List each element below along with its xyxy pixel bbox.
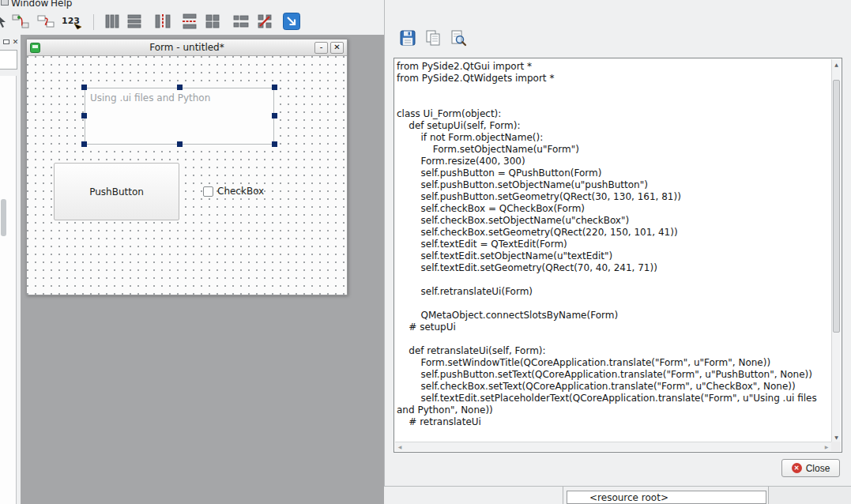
scrollbar-corner [831, 442, 841, 451]
vertical-scrollbar[interactable]: ▲ ▼ [831, 59, 841, 442]
dock-filter-box[interactable] [0, 50, 17, 70]
code-line: self.checkBox.setGeometry(QRect(220, 150… [397, 227, 830, 239]
left-dock-strip: ✕ [0, 35, 21, 504]
qt-designer-screen: Window Help 123 [0, 0, 851, 504]
checkbox-label: CheckBox [217, 186, 264, 197]
scroll-left-arrow-icon[interactable]: ◀ [395, 442, 405, 451]
panel-divider [563, 487, 563, 504]
code-line: self.pushButton.setGeometry(QRect(30, 13… [397, 191, 830, 203]
checkbox-indicator[interactable] [203, 186, 213, 197]
code-line: def retranslateUi(self, Form): [397, 345, 830, 357]
dialog-close-button[interactable]: ✕ Close [781, 459, 840, 477]
checkbox-widget[interactable]: CheckBox [203, 186, 264, 197]
menubar: Window Help [0, 0, 384, 9]
layout-horizontal-icon[interactable] [103, 12, 122, 31]
code-line: self.checkBox.setText(QCoreApplication.t… [397, 381, 830, 393]
selection-handle-top-left[interactable] [81, 85, 87, 90]
code-line: def setupUi(self, Form): [397, 120, 830, 132]
edit-widgets-icon[interactable] [0, 12, 9, 31]
form-window: Form - untitled* - ✕ Using .ui files and… [26, 39, 348, 295]
window-close-button[interactable]: ✕ [330, 42, 344, 54]
edit-signals-slots-icon[interactable] [11, 12, 30, 31]
selection-handle-top-center[interactable] [177, 85, 183, 90]
selection-handle-bottom-left[interactable] [81, 141, 87, 147]
form-window-title: Form - untitled* [27, 42, 347, 53]
find-icon[interactable] [449, 28, 468, 47]
code-line [397, 298, 830, 310]
scroll-up-arrow-icon[interactable]: ▲ [832, 59, 841, 69]
svg-text:123: 123 [62, 16, 80, 26]
code-line: and Python", None)) [397, 404, 830, 416]
code-line: self.textEdit.setGeometry(QRect(70, 40, … [397, 262, 830, 274]
code-line: class Ui_Form(object): [397, 108, 830, 120]
code-preview-dialog: from PySide2.QtGui import *from PySide2.… [384, 0, 851, 487]
selection-handle-mid-left[interactable] [81, 113, 87, 118]
code-line: self.textEdit = QTextEdit(Form) [397, 239, 830, 250]
code-line: Form.setObjectName(u"Form") [397, 144, 830, 156]
code-view[interactable]: from PySide2.QtGui import *from PySide2.… [397, 61, 830, 440]
adjust-size-icon[interactable] [282, 12, 301, 31]
code-line: self.pushButton.setObjectName(u"pushButt… [397, 179, 830, 191]
edit-tab-order-icon[interactable]: 123 [60, 12, 84, 31]
vertical-scrollbar-thumb[interactable] [833, 80, 840, 333]
minimize-button[interactable]: - [314, 42, 328, 54]
mdi-workspace: Form - untitled* - ✕ Using .ui files and… [21, 35, 384, 504]
code-line: self.retranslateUi(Form) [397, 286, 830, 298]
code-line [397, 85, 830, 96]
main-toolbar: 123 [0, 9, 384, 35]
code-line: QMetaObject.connectSlotsByName(Form) [397, 310, 830, 322]
save-icon[interactable] [398, 28, 417, 47]
code-line [397, 333, 830, 345]
dock-float-icon[interactable] [2, 37, 10, 46]
dock-close-icon[interactable]: ✕ [11, 37, 20, 46]
horizontal-scrollbar[interactable]: ◀ ▶ [395, 442, 831, 451]
code-line: self.textEdit.setObjectName(u"textEdit") [397, 250, 830, 262]
close-circle-icon: ✕ [792, 463, 802, 473]
dock-scrollbar-thumb[interactable] [1, 199, 6, 236]
textedit-widget[interactable]: Using .ui files and Python [85, 88, 274, 145]
selection-handle-top-right[interactable] [272, 85, 277, 90]
code-line: self.textEdit.setPlaceholderText(QCoreAp… [397, 393, 830, 404]
edit-buddies-icon[interactable] [36, 12, 55, 31]
copy-icon[interactable] [424, 28, 442, 47]
code-line: # setupUi [397, 322, 830, 333]
code-line: Form.setWindowTitle(QCoreApplication.tra… [397, 357, 830, 369]
code-area[interactable]: from PySide2.QtGui import *from PySide2.… [393, 58, 842, 453]
selection-handle-bottom-center[interactable] [177, 141, 183, 147]
form-window-icon [30, 43, 40, 53]
layout-horizontal-splitter-icon[interactable] [153, 12, 172, 31]
code-line: Form.resize(400, 300) [397, 156, 830, 167]
code-line [397, 96, 830, 108]
dock-list-fragment[interactable] [0, 76, 17, 504]
layout-form-icon[interactable] [232, 12, 250, 31]
scroll-down-arrow-icon[interactable]: ▼ [832, 432, 841, 442]
form-window-titlebar[interactable]: Form - untitled* - ✕ [27, 39, 347, 56]
scroll-right-arrow-icon[interactable]: ▶ [822, 442, 831, 451]
menu-help[interactable]: Help [51, 0, 72, 9]
layout-vertical-icon[interactable] [125, 12, 144, 31]
break-layout-icon[interactable] [255, 12, 274, 31]
form-canvas[interactable]: Using .ui files and Python PushButton Ch… [27, 56, 347, 295]
bottom-right-pane [768, 487, 851, 504]
menu-fragment-icon [1, 0, 9, 6]
selection-handle-bottom-right[interactable] [272, 141, 277, 147]
resource-root-item[interactable]: <resource root> [567, 491, 766, 504]
layout-grid-icon[interactable] [203, 12, 222, 31]
code-line [397, 274, 830, 286]
code-line: self.pushButton = QPushButton(Form) [397, 167, 830, 179]
layout-vertical-splitter-icon[interactable] [180, 12, 199, 31]
code-line: self.checkBox = QCheckBox(Form) [397, 203, 830, 215]
pushbutton-widget[interactable]: PushButton [54, 163, 179, 220]
selection-handle-mid-right[interactable] [272, 113, 277, 118]
code-line: from PySide2.QtWidgets import * [397, 73, 830, 85]
code-line: self.pushButton.setText(QCoreApplication… [397, 369, 830, 381]
code-line: # retranslateUi [397, 416, 830, 428]
code-line: if not Form.objectName(): [397, 132, 830, 144]
bottom-strip: <resource root> [384, 487, 851, 504]
toolbar-separator [93, 14, 94, 30]
code-line: self.checkBox.setObjectName(u"checkBox") [397, 215, 830, 227]
code-line: from PySide2.QtGui import * [397, 61, 830, 73]
menu-window[interactable]: Window [11, 0, 48, 9]
close-button-label: Close [806, 463, 830, 474]
